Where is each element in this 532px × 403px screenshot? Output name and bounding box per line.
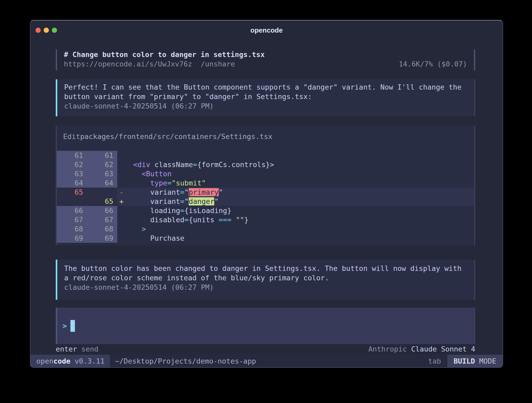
diff-row: 65- variant="primary"	[57, 188, 474, 197]
diff-rows: 61616262 <div className={formCs.controls…	[57, 151, 474, 243]
new-line-number: 62	[87, 160, 117, 169]
new-line-number: 66	[87, 206, 117, 215]
titlebar: opencode	[30, 20, 503, 39]
old-line-number: 68	[57, 224, 87, 234]
code-token: {isLoading}	[185, 206, 232, 215]
code-token: {units	[189, 216, 219, 224]
code-line	[125, 151, 474, 160]
code-token	[125, 206, 150, 215]
edit-tool-card: Editpackages/frontend/src/containers/Set…	[56, 126, 475, 245]
code-token: =	[167, 179, 172, 187]
send-action-label	[77, 345, 81, 353]
hint-row: enter send Anthropic Claude Sonnet 4	[56, 344, 475, 354]
code-token: "	[185, 197, 189, 205]
code-token: type	[150, 179, 167, 187]
app-window: opencode # Change button color to danger…	[30, 20, 503, 368]
working-directory: ~/Desktop/Projects/demo-notes-app	[115, 357, 256, 365]
code-token: <Button	[142, 170, 172, 178]
code-token	[125, 179, 150, 187]
session-title: # Change button color to danger in setti…	[64, 50, 467, 59]
edit-tool-title: Editpackages/frontend/src/containers/Set…	[57, 132, 474, 141]
code-token: variant	[150, 188, 180, 196]
diff-sign: -	[117, 188, 125, 197]
message-model-timestamp: claude-sonnet-4-20250514 (06:27 PM)	[64, 101, 474, 111]
code-token: =	[193, 161, 197, 169]
new-line-number: 61	[87, 151, 117, 160]
edit-verb: Edit	[63, 132, 80, 141]
prompt-char: >	[63, 322, 67, 330]
traffic-lights	[35, 28, 57, 33]
window-title: opencode	[30, 20, 503, 40]
mode-chip[interactable]: BUILDMODE	[447, 355, 503, 367]
diff-row: 6969 Purchase	[57, 234, 474, 243]
diff-sign: +	[117, 197, 125, 206]
diff-sign	[117, 206, 125, 215]
code-line: type="submit"	[125, 178, 474, 188]
code-token	[125, 188, 150, 196]
code-line: <div className={formCs.controls}>	[125, 160, 474, 169]
code-token: ===	[219, 216, 232, 224]
old-line-number: 64	[57, 178, 87, 188]
code-token: =	[180, 188, 184, 196]
header-spacer	[235, 59, 399, 69]
diff-sign	[117, 234, 125, 243]
old-line-number: 67	[57, 215, 87, 224]
session-content: # Change button color to danger in setti…	[30, 49, 503, 354]
code-line: variant="primary"	[125, 188, 474, 197]
diff-sign	[117, 151, 125, 160]
close-button[interactable]	[35, 28, 41, 33]
code-token	[125, 225, 142, 233]
code-line: Purchase	[125, 234, 474, 243]
code-token: {formCs.controls}>	[197, 161, 274, 169]
token-usage-stats: 14.6K/7% ($0.07)	[399, 59, 467, 69]
session-subheader: https://opencode.ai/s/UwJxv76z /unshare …	[64, 59, 467, 69]
code-line: >	[125, 224, 474, 234]
new-line-number: 64	[87, 178, 117, 188]
prompt-input[interactable]: >	[56, 308, 475, 344]
code-token: =	[180, 197, 184, 205]
diff-row: 6161	[57, 151, 474, 160]
old-line-number: 61	[57, 151, 87, 160]
diff-sign	[117, 215, 125, 224]
minimize-button[interactable]	[44, 28, 49, 33]
diff-row: 6464 type="submit"	[57, 178, 474, 188]
enter-key-hint: enter	[56, 345, 77, 353]
new-line-number: 67	[87, 215, 117, 224]
mode-suffix: MODE	[479, 357, 496, 365]
code-line: variant="danger"	[125, 197, 474, 206]
unshare-command[interactable]: /unshare	[201, 59, 235, 69]
code-token	[231, 216, 236, 224]
message-line: The button color has been changed to dan…	[64, 264, 474, 273]
code-token: <div	[133, 161, 150, 169]
diff-sign	[117, 224, 125, 234]
message-model-timestamp: claude-sonnet-4-20250514 (06:27 PM)	[64, 283, 474, 292]
old-line-number: 63	[57, 169, 87, 178]
diff-row: 6868 >	[57, 224, 474, 234]
new-line-number	[87, 188, 117, 197]
code-token: Purchase	[150, 234, 185, 242]
diff-row: 6666 loading={isLoading}	[57, 206, 474, 215]
code-token: }	[244, 216, 248, 224]
code-token	[125, 216, 150, 224]
code-token: ""	[236, 216, 244, 224]
app-name-open: open	[36, 357, 53, 365]
code-token: danger	[189, 197, 214, 205]
edit-file-path: packages/frontend/src/containers/Setting…	[80, 132, 273, 141]
new-line-number: 69	[87, 234, 117, 243]
code-token: disabled	[150, 216, 185, 224]
app-version-chip: opencodev0.3.11	[30, 355, 110, 367]
code-token	[125, 234, 150, 242]
status-bar: opencodev0.3.11 ~/Desktop/Projects/demo-…	[30, 355, 503, 367]
session-header: # Change button color to danger in setti…	[56, 49, 475, 70]
code-token: loading	[150, 206, 180, 215]
assistant-message: The button color has been changed to dan…	[56, 260, 475, 300]
diff-sign	[117, 160, 125, 169]
code-token: "	[214, 197, 218, 205]
new-line-number: 68	[87, 224, 117, 234]
maximize-button[interactable]	[52, 28, 57, 33]
code-token	[125, 161, 133, 169]
new-line-number: 63	[87, 169, 117, 178]
code-token: =	[180, 206, 184, 215]
old-line-number: 62	[57, 160, 87, 169]
share-url-link[interactable]: https://opencode.ai/s/UwJxv76z	[64, 59, 192, 69]
